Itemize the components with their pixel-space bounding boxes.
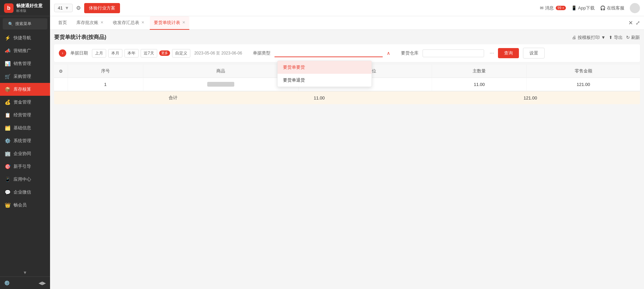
query-button[interactable]: 查询 xyxy=(498,48,519,58)
sidebar-item-shortcut[interactable]: ⚡ 快捷导航 xyxy=(0,31,50,44)
sidebar-item-wechat[interactable]: 💬 企业微信 xyxy=(0,186,50,199)
tab-order-stats-label: 要货单统计表 xyxy=(154,20,180,26)
sidebar-search[interactable]: 🔍 搜索菜单 xyxy=(3,18,47,29)
more-filter-icon[interactable]: ··· xyxy=(490,50,494,56)
footer-total-label: 合计 xyxy=(133,95,214,101)
topbar-settings-icon[interactable]: ⚙ xyxy=(76,5,81,11)
online-service-label: 在线客服 xyxy=(607,5,624,11)
topbar: 41 ▼ ⚙ 体验行业方案 ✉ 消息 99 + 📱 App下载 🎧 在线客服 xyxy=(50,0,644,16)
row-product-cell xyxy=(143,78,299,91)
print-chevron-icon: ▼ xyxy=(601,35,605,40)
enterprise-icon: 🏢 xyxy=(4,151,11,156)
chevron-down-icon: ▼ xyxy=(65,5,69,10)
dropdown-item-order[interactable]: 要货单要货 xyxy=(278,61,372,74)
dropdown-item-return[interactable]: 要货单退货 xyxy=(278,74,372,87)
more-dates-badge[interactable]: 更多 xyxy=(159,50,170,56)
sidebar-item-basic[interactable]: 🗂️ 基础信息 xyxy=(0,121,50,134)
7days-btn[interactable]: 近7天 xyxy=(141,49,157,58)
sidebar-item-label: 经营管理 xyxy=(14,112,46,118)
date-shortcuts: 上月 本月 本年 近7天 更多 自定义 xyxy=(92,49,190,58)
refresh-label: 刷新 xyxy=(631,35,640,41)
sidebar-item-label: 基础信息 xyxy=(14,125,46,131)
filter-area: › 单据日期 上月 本月 本年 近7天 更多 自定义 2023-05-06 至 … xyxy=(54,44,640,62)
sidebar-item-label: 企业协同 xyxy=(14,151,46,157)
sidebar-item-label: 快捷导航 xyxy=(14,35,46,41)
row-no-cell: 1 xyxy=(68,78,143,91)
sidebar-item-system[interactable]: ⚙️ 系统管理 xyxy=(0,134,50,147)
app-download-button[interactable]: 📱 App下载 xyxy=(571,5,595,11)
sidebar-item-member[interactable]: 👑 畅会员 xyxy=(0,199,50,212)
cur-month-btn[interactable]: 本月 xyxy=(108,49,122,58)
sidebar-item-finance[interactable]: 💰 资金管理 xyxy=(0,96,50,109)
online-service-button[interactable]: 🎧 在线客服 xyxy=(600,5,624,11)
product-name-blurred xyxy=(207,82,234,87)
shortcut-icon: ⚡ xyxy=(4,35,11,41)
tab-order-stats[interactable]: 要货单统计表 ✕ xyxy=(150,16,189,30)
refresh-button[interactable]: ↻ 刷新 xyxy=(626,35,640,41)
sidebar-item-appstore[interactable]: 📱 应用中心 xyxy=(0,173,50,186)
page-header: 要货单统计表(按商品) 🖨 按模板打印 ▼ ⬆ 导出 ↻ 刷新 xyxy=(54,34,640,41)
sidebar-nav: ⚡ 快捷导航 📣 营销推广 📊 销售管理 🛒 采购管理 📦 库存核算 💰 资金管… xyxy=(0,31,50,269)
service-icon: 🎧 xyxy=(600,5,605,10)
sidebar-item-label: 营销推广 xyxy=(14,48,46,54)
logo-icon: b xyxy=(4,3,14,13)
filter-expand-button[interactable]: › xyxy=(59,49,66,57)
tabs-close-all-icon[interactable]: ✕ xyxy=(628,20,633,26)
sidebar-scroll-down[interactable]: ▼ xyxy=(0,269,50,276)
type-dropdown-arrow[interactable]: ∧ xyxy=(387,50,390,56)
sidebar-item-inventory[interactable]: 📦 库存核算 xyxy=(0,83,50,96)
appstore-icon: 📱 xyxy=(4,177,11,182)
type-filter-input[interactable] xyxy=(275,49,383,57)
tab-home-label: 首页 xyxy=(58,20,67,26)
type-filter-label: 单据类型 xyxy=(253,50,270,56)
table-col-product: 商品 xyxy=(143,65,299,78)
sidebar-item-label: 系统管理 xyxy=(14,138,46,144)
messages-badge: 99 + xyxy=(556,6,566,10)
custom-date-btn[interactable]: 自定义 xyxy=(172,49,190,58)
table-col-amount: 零售金额 xyxy=(527,65,640,78)
column-settings-icon[interactable]: ⚙ xyxy=(59,69,63,74)
tab-receive[interactable]: 收发存汇总表 ✕ xyxy=(109,16,148,30)
set-button[interactable]: 设置 xyxy=(523,48,545,59)
sidebar-item-sales[interactable]: 📊 销售管理 xyxy=(0,57,50,70)
sidebar-item-operations[interactable]: 📋 经营管理 xyxy=(0,109,50,121)
tab-batch-close[interactable]: ✕ xyxy=(100,20,103,25)
message-icon: ✉ xyxy=(540,5,544,10)
sidebar-item-marketing[interactable]: 📣 营销推广 xyxy=(0,44,50,57)
cur-year-btn[interactable]: 本年 xyxy=(124,49,139,58)
date-range-display: 2023-05-06 至 2023-06-06 xyxy=(194,50,242,56)
user-profile[interactable] xyxy=(630,3,640,13)
tab-home[interactable]: 首页 xyxy=(54,16,71,30)
messages-label: 消息 xyxy=(545,5,554,11)
app-download-label: App下载 xyxy=(578,5,595,11)
main-content: 41 ▼ ⚙ 体验行业方案 ✉ 消息 99 + 📱 App下载 🎧 在线客服 xyxy=(50,0,644,289)
sidebar-item-enterprise[interactable]: 🏢 企业协同 xyxy=(0,147,50,160)
warehouse-filter-input[interactable] xyxy=(423,49,484,57)
messages-button[interactable]: ✉ 消息 99 + xyxy=(540,5,566,11)
tabs-bar: 首页 库存批次账 ✕ 收发存汇总表 ✕ 要货单统计表 ✕ ✕ ⤢ xyxy=(50,16,644,30)
sidebar-item-guide[interactable]: 🎯 新手引导 xyxy=(0,160,50,173)
print-button[interactable]: 🖨 按模板打印 ▼ xyxy=(572,35,605,41)
tab-receive-close[interactable]: ✕ xyxy=(141,20,144,25)
guide-icon: 🎯 xyxy=(4,164,11,169)
app-version: 标准版 xyxy=(16,8,43,13)
page-content: 要货单统计表(按商品) 🖨 按模板打印 ▼ ⬆ 导出 ↻ 刷新 xyxy=(50,30,644,289)
topbar-right: ✉ 消息 99 + 📱 App下载 🎧 在线客服 xyxy=(540,3,640,13)
tab-batch[interactable]: 库存批次账 ✕ xyxy=(72,16,108,30)
table-col-quantity: 主数量 xyxy=(432,65,527,78)
export-icon: ⬆ xyxy=(609,35,613,40)
tabs-expand-icon[interactable]: ⤢ xyxy=(636,20,640,26)
export-label: 导出 xyxy=(614,35,623,41)
wechat-icon: 💬 xyxy=(4,190,11,195)
settings-footer-icon[interactable]: ⚙️ xyxy=(4,280,10,286)
export-button[interactable]: ⬆ 导出 xyxy=(609,35,623,41)
store-selector[interactable]: 41 ▼ xyxy=(54,4,73,12)
sidebar-item-label: 企业微信 xyxy=(14,189,46,195)
sidebar-item-purchase[interactable]: 🛒 采购管理 xyxy=(0,70,50,83)
tab-order-stats-close[interactable]: ✕ xyxy=(182,20,185,25)
table-settings-col[interactable]: ⚙ xyxy=(54,65,68,78)
trial-button[interactable]: 体验行业方案 xyxy=(84,3,120,13)
collapse-sidebar-icon[interactable]: ◀▶ xyxy=(39,280,46,286)
prev-month-btn[interactable]: 上月 xyxy=(92,49,106,58)
marketing-icon: 📣 xyxy=(4,48,11,53)
